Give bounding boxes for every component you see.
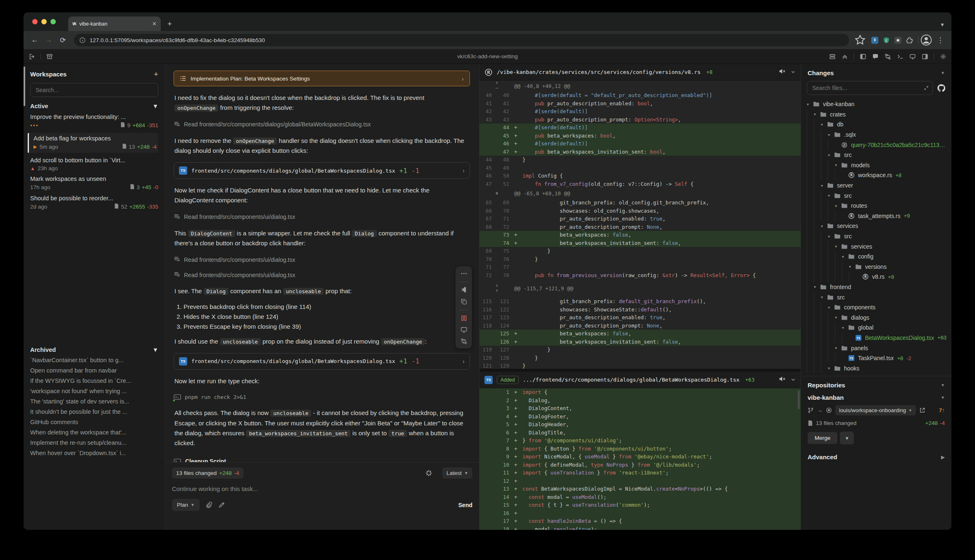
files-changed-badge[interactable]: 13 files changed +248 -4 [172, 467, 243, 479]
tree-collapse-arrow[interactable]: ▾ [849, 264, 855, 269]
tab-close-icon[interactable]: ✕ [152, 21, 157, 27]
tree-item[interactable]: ▾global [801, 323, 951, 333]
hunk-header[interactable]: ⇅@@ -65,8 +69,10 @@ [479, 188, 801, 199]
new-tab-button[interactable]: + [167, 19, 172, 28]
archived-workspace-item[interactable]: Open command bar from navbar [30, 367, 158, 374]
workspace-item[interactable]: Add beta flag for workspaces▶5m ago13+24… [28, 133, 158, 153]
tree-collapse-arrow[interactable]: ▾ [828, 305, 834, 310]
extension-icon-shield[interactable]: £ [883, 37, 890, 44]
archived-workspace-item[interactable]: 'workspace not found' when trying ... [30, 388, 158, 394]
repositories-collapse-icon[interactable]: ▼ [941, 383, 945, 387]
tree-collapse-arrow[interactable]: ▾ [835, 315, 841, 320]
extension-icon-camera[interactable]: ◉ [894, 37, 901, 44]
cleanup-script-row[interactable]: Cleanup ScriptCompleted successfully [174, 458, 470, 462]
tree-collapse-arrow[interactable]: ▾ [835, 346, 841, 350]
panel-left-icon[interactable] [859, 53, 866, 60]
back-button[interactable]: ← [29, 34, 41, 46]
expand-hunk-icon[interactable]: ⇅ [479, 191, 514, 196]
tree-item[interactable]: Rworkspace.rs+8 [801, 170, 951, 180]
tree-item[interactable]: query-70b21c5c0a2ba5c21c9c1132f14a68 [801, 140, 951, 150]
terminal-command-row[interactable]: pnpm run check 2>&1 [174, 394, 470, 401]
archived-workspace-item[interactable]: If the WYSIWYG is focussed in `Cre... [30, 377, 158, 384]
collapse-all-icon[interactable] [841, 53, 848, 60]
tree-item[interactable]: ▾dialogs [801, 312, 951, 323]
implementation-plan-banner[interactable]: Implementation Plan: Beta Workspaces Set… [174, 71, 470, 86]
monitor-icon[interactable] [460, 326, 467, 333]
tree-item[interactable]: ▾vibe-kanban [801, 99, 951, 109]
mute-speaker-icon[interactable] [779, 68, 786, 76]
archived-workspace-item[interactable]: When hover over `Dropdown.tsx` i... [30, 450, 158, 456]
tree-item[interactable]: ▾src [801, 292, 951, 302]
tree-item[interactable]: ▾server [801, 180, 951, 191]
github-icon[interactable] [937, 84, 946, 92]
edited-file-card[interactable]: TSfrontend/src/components/dialogs/global… [174, 353, 470, 370]
tree-collapse-arrow[interactable]: ▾ [835, 204, 841, 208]
tab-search-chevron-icon[interactable]: ▼ [940, 22, 945, 28]
expand-hunk-icon[interactable]: ↑ ┄ [479, 81, 514, 91]
tree-item[interactable]: Rv8.rs+8 [801, 272, 951, 282]
workspace-search-input[interactable] [30, 83, 158, 97]
send-button[interactable]: Send [458, 502, 472, 508]
branch-selector[interactable]: louis/workspace-onboarding ▼ [835, 405, 916, 415]
merge-options-button[interactable]: ▼ [840, 432, 854, 444]
forward-button[interactable]: → [43, 34, 55, 46]
tree-item[interactable]: ▾src [801, 231, 951, 242]
tree-collapse-arrow[interactable]: ▾ [807, 102, 813, 107]
tree-collapse-arrow[interactable]: ▾ [828, 153, 834, 157]
tree-item[interactable]: TSTaskPanel.tsx+8-2 [801, 353, 951, 363]
tool-call-row[interactable]: Read frontend/src/components/ui/dialog.t… [174, 271, 470, 279]
active-section-header[interactable]: Active ▼ [30, 103, 158, 109]
tree-item[interactable]: ▾config [801, 252, 951, 262]
tool-call-row[interactable]: Read frontend/src/components/ui/dialog.t… [174, 256, 470, 263]
close-window-button[interactable] [32, 19, 38, 24]
hunk-header[interactable]: ↓ ↑@@ -115,7 +121,9 @@ [479, 279, 801, 297]
tree-collapse-arrow[interactable]: ▾ [821, 183, 827, 188]
pause-icon[interactable] [460, 315, 467, 322]
changes-header[interactable]: Changes ▼ [801, 64, 951, 80]
expand-hunk-icon[interactable]: ↓ ↑ [479, 283, 514, 293]
profile-avatar-icon[interactable] [920, 34, 932, 46]
tree-item[interactable]: TSBetaWorkspacesDialog.tsx+63 [801, 333, 951, 343]
mute-speaker-icon[interactable] [779, 376, 786, 384]
expand-search-icon[interactable] [923, 85, 929, 91]
workspace-item[interactable]: Mark workspaces as unseen17h ago3+45-0 [30, 176, 158, 191]
active-collapse-icon[interactable]: ▼ [153, 103, 158, 109]
archived-collapse-icon[interactable]: ▼ [153, 346, 158, 353]
edited-file-card[interactable]: TSfrontend/src/components/dialogs/global… [174, 162, 470, 179]
site-info-icon[interactable] [79, 37, 86, 43]
repositories-header[interactable]: Repositories ▼ [801, 376, 951, 392]
tree-collapse-arrow[interactable]: ▾ [842, 325, 848, 330]
tree-collapse-arrow[interactable]: ▾ [814, 112, 820, 116]
collapse-chevron-icon[interactable] [791, 69, 796, 76]
workspace-item[interactable]: Improve the preview functionality: ...●●… [30, 114, 158, 129]
tree-item[interactable]: ▾frontend [801, 282, 951, 292]
monitor-icon[interactable] [909, 53, 916, 60]
git-compare-icon[interactable] [460, 338, 467, 345]
tree-item[interactable]: ▾src [801, 150, 951, 160]
settings-gear-icon[interactable] [939, 53, 946, 60]
browser-tab[interactable]: VK vibe-kanban ✕ [68, 17, 161, 31]
browser-menu-icon[interactable]: ⋮ [934, 34, 946, 46]
changes-collapse-icon[interactable]: ▼ [941, 71, 945, 75]
tree-collapse-arrow[interactable]: ▾ [835, 244, 841, 249]
archived-workspace-item[interactable]: When deleting the workspace that'... [30, 429, 158, 436]
tree-collapse-arrow[interactable]: ▾ [828, 234, 834, 239]
tool-call-row[interactable]: Read frontend/src/components/ui/dialog.t… [174, 213, 470, 221]
copy-icon[interactable] [460, 298, 467, 305]
address-bar[interactable]: 127.0.0.1:57095/workspaces/c63c9fd6-dfb8… [74, 34, 849, 46]
tree-item[interactable]: ▾hooks [801, 363, 951, 373]
diff-scrollbar[interactable] [798, 390, 800, 409]
layout-rows-icon[interactable] [829, 53, 836, 60]
file-search-input[interactable] [807, 81, 933, 95]
repo-header[interactable]: vibe-kanban ▼ [808, 392, 945, 405]
external-link-icon[interactable] [919, 407, 925, 413]
tree-item[interactable]: ▾panels [801, 343, 951, 353]
bookmark-star-icon[interactable] [854, 34, 866, 46]
reload-button[interactable]: ⟳ [57, 34, 69, 46]
tree-item[interactable]: ▾.sqlx [801, 130, 951, 140]
advanced-section[interactable]: Advanced ▶ [801, 444, 951, 460]
more-options-icon[interactable] [460, 270, 467, 277]
tree-item[interactable]: ▾services [801, 221, 951, 231]
archived-workspace-item[interactable]: The 'starting' state of dev servers is..… [30, 398, 158, 405]
tree-collapse-arrow[interactable]: ▾ [821, 122, 827, 127]
